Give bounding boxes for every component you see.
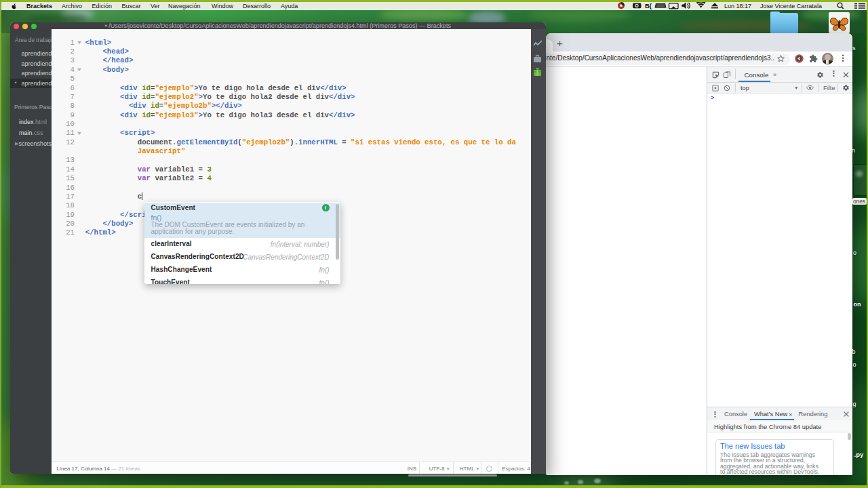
- svg-text:B(: B(: [645, 2, 652, 9]
